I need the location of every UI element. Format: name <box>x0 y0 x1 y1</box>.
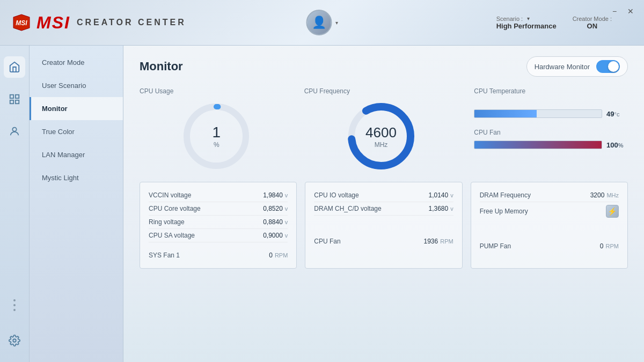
cpu-core-voltage-value: 0,8520 v <box>263 205 288 212</box>
cpu-fan-rpm-label: CPU Fan <box>314 238 340 245</box>
msi-logo-icon: MSI <box>11 12 32 33</box>
cpu-io-voltage-unit: v <box>450 192 453 198</box>
dram-cd-voltage-unit: v <box>450 205 453 212</box>
sidebar-icon-person[interactable] <box>4 121 25 142</box>
sidebar-icon-home[interactable] <box>4 56 25 78</box>
cpu-frequency-gauge: 4600 MHz <box>346 101 416 171</box>
ring-voltage-row: Ring voltage 0,8840 v <box>149 216 288 229</box>
page-title: Monitor <box>140 60 183 73</box>
creator-mode-block: Creator Mode : ON <box>573 16 612 30</box>
main-layout: Creator Mode User Scenario Monitor True … <box>0 46 644 362</box>
vccin-row: VCCIN voltage 1,9840 v <box>149 189 288 202</box>
svg-rect-2 <box>16 95 19 98</box>
cpu-usage-title: CPU Usage <box>140 87 173 95</box>
minimize-button[interactable]: − <box>610 6 619 16</box>
cpu-io-voltage-label: CPU IO voltage <box>314 191 358 199</box>
sys-fan1-label: SYS Fan 1 <box>149 252 180 259</box>
cpu-temp-unit: °c <box>614 111 619 117</box>
ring-voltage-label: Ring voltage <box>149 218 185 226</box>
cpu-io-voltage-row: CPU IO voltage 1,0140 v <box>314 189 453 202</box>
sidebar-dot-3 <box>13 309 16 311</box>
sidebar-item-true-color[interactable]: True Color <box>30 120 123 143</box>
sidebar-icon-grid[interactable] <box>4 88 25 110</box>
sidebar-item-lan-manager[interactable]: LAN Manager <box>30 143 123 166</box>
dram-cd-voltage-value: 1,3680 v <box>428 205 453 212</box>
svg-point-5 <box>12 128 16 131</box>
cpu-temp-bar-row: 49°c <box>474 109 628 118</box>
logo-subtitle: CREATOR CENTER <box>77 18 186 27</box>
dram-cd-voltage-label: DRAM CH_C/D voltage <box>314 205 381 212</box>
dram-cd-voltage-row: DRAM CH_C/D voltage 1,3680 v <box>314 202 453 216</box>
cpu-usage-text: 1 % <box>213 124 221 149</box>
cpu-fan-unit: % <box>618 142 624 149</box>
cpu-core-voltage-row: CPU Core voltage 0,8520 v <box>149 202 288 216</box>
sidebar-item-monitor[interactable]: Monitor <box>30 97 123 120</box>
toggle-knob <box>608 61 619 72</box>
cpu-frequency-gauge-center: 4600 MHz <box>304 101 458 171</box>
scenario-value: High Performance <box>496 22 557 30</box>
title-bar-controls: − ✕ <box>610 6 635 16</box>
scenario-label: Scenario : <box>496 16 523 22</box>
creator-mode-label: Creator Mode : <box>573 16 612 22</box>
cpu-temp-bar <box>474 109 602 118</box>
cpu-sa-voltage-value: 0,9000 v <box>263 232 288 239</box>
cpu-fan-bar-label: CPU Fan <box>474 129 628 136</box>
sidebar-item-mystic-light[interactable]: Mystic Light <box>30 166 123 189</box>
ring-voltage-unit: v <box>285 219 288 225</box>
svg-point-6 <box>13 339 16 342</box>
scenario-block: Scenario : ▾ High Performance <box>496 16 557 30</box>
cpu-core-voltage-unit: v <box>285 205 288 212</box>
free-memory-label: Free Up Memory <box>480 208 528 215</box>
sys-fan1-value: 0 RPM <box>269 252 288 259</box>
user-icon: 👤 <box>312 16 326 29</box>
creator-mode-value: ON <box>573 22 612 30</box>
sidebar-item-user-scenario[interactable]: User Scenario <box>30 74 123 97</box>
cpu-fan-bar-fill <box>474 141 602 149</box>
avatar-dropdown-arrow[interactable]: ▾ <box>335 20 338 26</box>
pump-fan-row: PUMP Fan 0 RPM <box>480 240 619 253</box>
sidebar-icon-settings[interactable] <box>4 330 25 351</box>
content-area: Monitor Hardware Monitor CPU Usage <box>123 46 644 362</box>
header-center: 👤 ▾ <box>306 10 338 35</box>
cpu-fan-bar <box>474 141 602 149</box>
title-bar: MSI msi CREATOR CENTER 👤 ▾ Scenario : ▾ … <box>0 0 644 46</box>
cpu-io-voltage-value: 1,0140 v <box>428 191 453 199</box>
avatar[interactable]: 👤 <box>306 10 332 35</box>
cpu-frequency-text: 4600 MHz <box>365 124 397 149</box>
svg-rect-1 <box>10 95 13 98</box>
cpu-core-voltage-label: CPU Core voltage <box>149 205 201 212</box>
cpu-usage-value: 1 <box>213 124 221 141</box>
cpu-frequency-title: CPU Frequency <box>304 87 350 95</box>
scenario-dropdown-icon[interactable]: ▾ <box>527 16 530 21</box>
cpu-temp-bar-fill <box>474 110 537 117</box>
sidebar-nav: Creator Mode User Scenario Monitor True … <box>30 46 123 362</box>
dram-frequency-unit: MHz <box>606 192 619 198</box>
logo-area: MSI msi CREATOR CENTER <box>11 12 186 33</box>
dram-frequency-value: 3200 MHz <box>590 191 619 199</box>
hardware-monitor-toggle[interactable] <box>596 60 620 73</box>
hardware-monitor-label: Hardware Monitor <box>535 63 590 71</box>
sidebar-item-creator-mode[interactable]: Creator Mode <box>30 51 123 74</box>
header-right: Scenario : ▾ High Performance Creator Mo… <box>496 16 612 30</box>
dram-section: DRAM Frequency 3200 MHz Free Up Memory ⚡… <box>471 182 628 269</box>
cpu-fan-rpm-row: CPU Fan 1936 RPM <box>314 235 453 248</box>
pump-fan-label: PUMP Fan <box>480 242 511 250</box>
data-tables-row: VCCIN voltage 1,9840 v CPU Core voltage … <box>140 182 628 269</box>
cpu-frequency-value: 4600 <box>365 124 397 141</box>
logo-msi: msi <box>36 13 70 33</box>
cpu-usage-gauge-center: 1 % <box>140 101 294 171</box>
gauges-row: CPU Usage 1 % CPU Fr <box>140 87 628 171</box>
free-memory-button[interactable]: ⚡ <box>606 205 619 218</box>
sys-fan1-unit: RPM <box>275 252 288 258</box>
sidebar-bottom <box>13 297 16 314</box>
cpu-fan-rpm-unit: RPM <box>440 238 453 245</box>
cpu-io-section: CPU IO voltage 1,0140 v DRAM CH_C/D volt… <box>305 182 462 269</box>
sys-fan1-row: SYS Fan 1 0 RPM <box>149 249 288 262</box>
ring-voltage-value: 0,8840 v <box>263 218 288 226</box>
close-button[interactable]: ✕ <box>626 6 635 16</box>
cpu-temp-value: 49°c <box>606 110 628 118</box>
pump-fan-unit: RPM <box>606 243 619 249</box>
cpu-temp-bar-container: 49°c <box>474 109 628 118</box>
pump-fan-value: 0 RPM <box>600 242 619 250</box>
free-memory-row: Free Up Memory ⚡ <box>480 202 619 220</box>
